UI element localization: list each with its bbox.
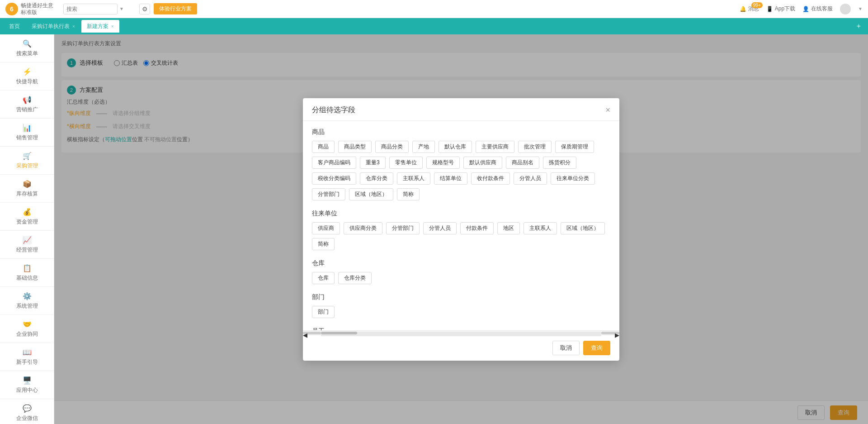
sidebar-item-collab[interactable]: 🤝 企业协同 (0, 315, 54, 343)
field-tag[interactable]: 收付款条件 (471, 172, 510, 185)
tab-new-plan-label: 新建方案 (87, 23, 108, 30)
field-tags-partner: 供应商 供应商分类 分管部门 分管人员 付款条件 地区 主联系人 区域（地区） … (312, 222, 610, 250)
field-tag[interactable]: 产地 (412, 141, 435, 153)
sidebar-item-apps[interactable]: 🖥️ 应用中心 (0, 371, 54, 399)
sidebar-item-purchase[interactable]: 🛒 采购管理 (0, 147, 54, 175)
message-btn[interactable]: 🔔 消息 99+ (740, 5, 759, 13)
sidebar-basic-label: 基础信息 (16, 274, 38, 282)
sidebar-item-search[interactable]: 🔍 搜索菜单 (0, 34, 54, 62)
field-tag[interactable]: 分管部门 (386, 222, 420, 234)
sidebar-finance-label: 资金管理 (16, 218, 38, 226)
experience-btn[interactable]: 体验行业方案 (154, 3, 197, 14)
user-avatar[interactable] (840, 4, 851, 14)
field-tag[interactable]: 主要供应商 (476, 141, 514, 153)
search-menu-icon: 🔍 (23, 39, 32, 48)
tab-home[interactable]: 首页 (4, 20, 25, 33)
field-tag[interactable]: 仓库分类 (338, 272, 372, 284)
field-tag[interactable]: 零售单位 (389, 157, 423, 169)
field-select-modal: 分组待选字段 × 商品 商品 商品类型 商品分类 产地 默认仓库 主要供应商 (303, 98, 619, 361)
settings-icon[interactable]: ⚙ (139, 4, 150, 14)
field-tag[interactable]: 分管部门 (312, 188, 345, 200)
wecom-icon: 💬 (23, 404, 32, 413)
main-content: 采购订单执行表方案设置 1 选择模板 汇总表 交叉统计表 (54, 34, 868, 424)
field-tag[interactable]: 结算单位 (434, 172, 467, 185)
field-tag[interactable]: 税收分类编码 (312, 172, 356, 185)
sidebar-apps-label: 应用中心 (16, 386, 38, 394)
sales-icon: 📊 (23, 123, 32, 132)
purchase-icon: 🛒 (23, 151, 32, 160)
sidebar-wecom-label: 企业微信 (16, 414, 38, 422)
field-tag[interactable]: 保质期管理 (555, 141, 594, 153)
sidebar-item-basic[interactable]: 📋 基础信息 (0, 259, 54, 287)
field-tag[interactable]: 分管人员 (423, 222, 457, 234)
field-tag[interactable]: 默认仓库 (439, 141, 472, 153)
field-tag[interactable]: 客户商品编码 (312, 157, 356, 169)
apps-icon: 🖥️ (23, 376, 32, 385)
sidebar-purchase-label: 采购管理 (16, 162, 38, 170)
modal-hscroll-thumb[interactable] (321, 332, 357, 334)
field-tag[interactable]: 简称 (397, 188, 420, 200)
field-tag[interactable]: 规格型号 (426, 157, 460, 169)
sidebar-item-operations[interactable]: 📈 经营管理 (0, 231, 54, 259)
sidebar-item-wecom[interactable]: 💬 企业微信 (0, 399, 54, 424)
sidebar-item-marketing[interactable]: 📢 营销推广 (0, 91, 54, 119)
field-tag[interactable]: 付款条件 (460, 222, 494, 234)
field-group-dept-title: 部门 (312, 293, 610, 301)
field-tag[interactable]: 地区 (497, 222, 520, 234)
app-download-btn[interactable]: 📱 App下载 (766, 5, 795, 13)
tab-purchase-exec[interactable]: 采购订单执行表 × (26, 20, 80, 33)
sidebar-system-label: 系统管理 (16, 302, 38, 310)
sidebar-item-finance[interactable]: 💰 资金管理 (0, 203, 54, 231)
sidebar-item-inventory[interactable]: 📦 库存核算 (0, 175, 54, 203)
field-tag[interactable]: 默认供应商 (463, 157, 502, 169)
field-tag[interactable]: 重量3 (360, 157, 386, 169)
field-tag[interactable]: 分管人员 (514, 172, 547, 185)
sidebar-item-guide[interactable]: 📖 新手引导 (0, 343, 54, 371)
field-tag[interactable]: 往来单位分类 (551, 172, 595, 185)
tab-purchase-exec-close[interactable]: × (72, 24, 75, 29)
field-tag[interactable]: 商品别名 (506, 157, 539, 169)
field-tag[interactable]: 商品类型 (338, 141, 372, 153)
field-group-product: 商品 商品 商品类型 商品分类 产地 默认仓库 主要供应商 批次管理 保质期管理… (312, 128, 610, 200)
tab-new-plan[interactable]: 新建方案 × (81, 20, 119, 33)
modal-hscroll[interactable]: ◀ ▶ (303, 330, 619, 335)
field-tag[interactable]: 仓库分类 (360, 172, 393, 185)
top-right-actions: 🔔 消息 99+ 📱 App下载 👤 在线客服 ▼ (740, 4, 863, 14)
field-tag[interactable]: 区域（地区） (349, 188, 393, 200)
sidebar-item-sales[interactable]: 📊 销售管理 (0, 119, 54, 147)
field-group-partner-title: 往来单位 (312, 210, 610, 218)
field-tag[interactable]: 主联系人 (397, 172, 430, 185)
field-tag[interactable]: 部门 (312, 306, 335, 318)
field-tag[interactable]: 商品 (312, 141, 335, 153)
field-tag[interactable]: 供应商 (312, 222, 340, 234)
modal-hscroll-left-arrow[interactable]: ◀ (303, 332, 321, 334)
field-tag[interactable]: 批次管理 (518, 141, 552, 153)
field-tag[interactable]: 主联系人 (524, 222, 557, 234)
sidebar: 🔍 搜索菜单 ⚡ 快捷导航 📢 营销推广 📊 销售管理 🛒 采购管理 📦 库存核… (0, 34, 54, 424)
search-dropdown-icon[interactable]: ▼ (119, 6, 124, 11)
field-tag[interactable]: 拣货积分 (543, 157, 576, 169)
user-arrow[interactable]: ▼ (858, 6, 863, 11)
logo-area: 6 畅捷通好生意 标准版 (5, 2, 60, 15)
field-tag[interactable]: 简称 (312, 238, 335, 250)
marketing-icon: 📢 (23, 95, 32, 104)
modal-hscroll-right-arrow[interactable]: ▶ (601, 332, 619, 334)
sidebar-collab-label: 企业协同 (16, 330, 38, 338)
tab-add-btn[interactable]: + (853, 22, 864, 30)
field-tag[interactable]: 商品分类 (375, 141, 409, 153)
online-service-btn[interactable]: 👤 在线客服 (802, 5, 833, 13)
search-input[interactable] (63, 4, 118, 14)
sidebar-inventory-label: 库存核算 (16, 190, 38, 198)
modal-hscroll-track (321, 332, 601, 336)
field-tag[interactable]: 区域（地区） (561, 222, 605, 234)
modal-cancel-btn[interactable]: 取消 (552, 341, 580, 355)
field-tag[interactable]: 仓库 (312, 272, 335, 284)
field-tag[interactable]: 供应商分类 (344, 222, 382, 234)
sidebar-item-system[interactable]: ⚙️ 系统管理 (0, 287, 54, 315)
modal-close-icon[interactable]: × (605, 106, 610, 114)
sidebar-item-quicknav[interactable]: ⚡ 快捷导航 (0, 62, 54, 91)
main-layout: 🔍 搜索菜单 ⚡ 快捷导航 📢 营销推广 📊 销售管理 🛒 采购管理 📦 库存核… (0, 34, 868, 424)
tab-new-plan-close[interactable]: × (111, 24, 114, 29)
inventory-icon: 📦 (23, 179, 32, 188)
modal-confirm-btn[interactable]: 查询 (583, 341, 610, 355)
